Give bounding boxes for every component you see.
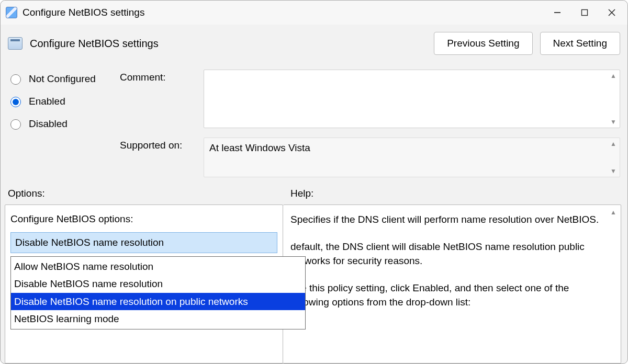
header-row: Configure NetBIOS settings Previous Sett…: [1, 25, 627, 58]
help-scrollbar[interactable]: ▲: [609, 208, 618, 217]
state-column: Not Configured Enabled Disabled: [8, 70, 120, 177]
comment-scrollbar[interactable]: ▲ ▼: [609, 72, 618, 126]
scroll-down-icon: ▼: [610, 167, 616, 175]
titlebar: Configure NetBIOS settings: [1, 1, 627, 25]
options-label: Options:: [8, 188, 290, 199]
scroll-up-icon: ▲: [610, 72, 616, 79]
lower-panels: Configure NetBIOS options: Disable NetBI…: [1, 204, 627, 363]
radio-enabled-input[interactable]: [10, 97, 21, 107]
help-panel: ▲ Specifies if the DNS client will perfo…: [283, 204, 621, 363]
supported-scrollbar[interactable]: ▲ ▼: [609, 140, 618, 175]
supported-on-box: At least Windows Vista ▲ ▼: [204, 138, 620, 177]
radio-not-configured-label: Not Configured: [29, 73, 96, 85]
netbios-options-dropdown-list[interactable]: Allow NetBIOS name resolution Disable Ne…: [10, 256, 306, 329]
help-label: Help:: [290, 188, 313, 199]
netbios-options-dropdown[interactable]: Disable NetBIOS name resolution: [10, 232, 277, 253]
help-paragraph: default, the DNS client will disable Net…: [290, 240, 602, 268]
fields-column: Comment: ▲ ▼ Supported on: At least Wind…: [120, 70, 620, 177]
help-paragraph: Specifies if the DNS client will perform…: [290, 212, 602, 227]
maximize-button[interactable]: [571, 2, 598, 23]
lower-labels: Options: Help:: [1, 180, 627, 204]
comment-textarea[interactable]: ▲ ▼: [204, 70, 620, 128]
dropdown-option[interactable]: NetBIOS learning mode: [11, 310, 305, 327]
minimize-button[interactable]: [544, 2, 571, 23]
settings-area: Not Configured Enabled Disabled Comment:…: [1, 58, 627, 180]
radio-not-configured[interactable]: Not Configured: [8, 73, 120, 85]
policy-icon: [8, 37, 23, 50]
scroll-down-icon: ▼: [610, 118, 616, 126]
dropdown-option[interactable]: Disable NetBIOS name resolution on publi…: [11, 293, 305, 310]
window-title: Configure NetBIOS settings: [23, 7, 144, 18]
radio-disabled-label: Disabled: [29, 118, 68, 130]
options-panel: Configure NetBIOS options: Disable NetBI…: [5, 204, 283, 363]
supported-label: Supported on:: [120, 138, 204, 151]
comment-label: Comment:: [120, 70, 204, 83]
radio-disabled-input[interactable]: [10, 119, 21, 130]
close-button[interactable]: [598, 2, 625, 23]
dropdown-option[interactable]: Allow NetBIOS name resolution: [11, 258, 305, 275]
previous-setting-button[interactable]: Previous Setting: [434, 32, 532, 55]
dropdown-option[interactable]: Disable NetBIOS name resolution: [11, 275, 305, 292]
supported-on-value: At least Windows Vista: [209, 142, 310, 153]
radio-enabled[interactable]: Enabled: [8, 95, 120, 107]
next-setting-button[interactable]: Next Setting: [540, 32, 621, 55]
scroll-up-icon: ▲: [610, 140, 616, 147]
options-heading: Configure NetBIOS options:: [10, 213, 278, 225]
scroll-up-icon: ▲: [610, 209, 616, 216]
window: Configure NetBIOS settings Configure Net…: [0, 0, 628, 364]
svg-rect-1: [582, 10, 588, 16]
app-icon: [6, 7, 17, 18]
radio-enabled-label: Enabled: [29, 96, 65, 107]
dropdown-selected-text: Disable NetBIOS name resolution: [15, 237, 164, 248]
policy-title: Configure NetBIOS settings: [30, 38, 427, 50]
help-paragraph: use this policy setting, click Enabled, …: [290, 281, 602, 310]
radio-disabled[interactable]: Disabled: [8, 118, 120, 130]
radio-not-configured-input[interactable]: [10, 74, 21, 85]
